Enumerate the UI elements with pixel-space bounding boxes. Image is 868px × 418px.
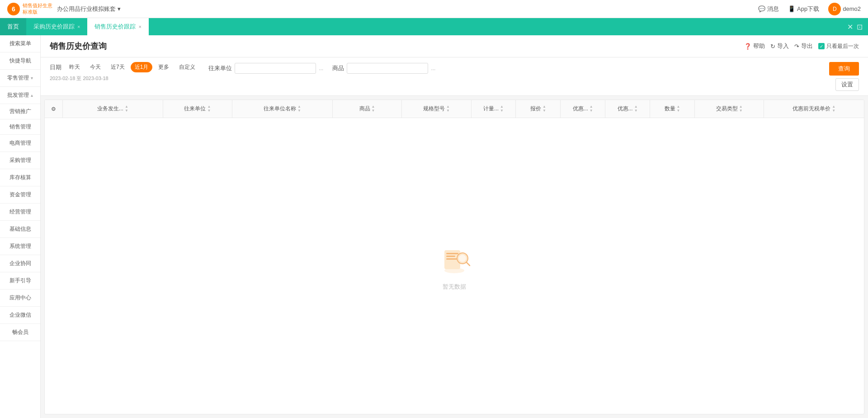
sidebar-item-system[interactable]: 系统管理 [0, 238, 40, 255]
sidebar-item-enterprise-wechat[interactable]: 企业微信 [0, 307, 40, 324]
top-bar: 6 销售值好生意 标准版 办公用品行业模拟账套 ▾ 💬 消息 📱 App下载 D… [0, 0, 868, 18]
search-menu-label: 搜索菜单 [9, 40, 31, 48]
retail-label: 零售管理 [7, 74, 29, 82]
app-selector[interactable]: 办公用品行业模拟账套 ▾ [57, 5, 121, 13]
tab-window-actions: ✕ ⊡ [842, 23, 868, 31]
sidebar-item-marketing[interactable]: 营销推广 [0, 104, 40, 119]
sidebar-item-inventory[interactable]: 库存核算 [0, 169, 40, 186]
sidebar-item-guide[interactable]: 新手引导 [0, 272, 40, 290]
help-button[interactable]: ❓ 帮助 [744, 42, 765, 50]
date-btn-custom[interactable]: 自定义 [175, 62, 199, 72]
filter-bar: 日期 昨天 今天 近7天 近1月 更多 自定义 2023-02-18 至 202… [41, 57, 868, 96]
date-filter-col: 日期 昨天 今天 近7天 近1月 更多 自定义 2023-02-18 至 202… [50, 62, 199, 82]
sidebar-item-sales-mgmt[interactable]: 销售管理 [0, 119, 40, 135]
app-download-button[interactable]: 📱 App下载 [788, 5, 819, 13]
ecommerce-label: 电商管理 [9, 139, 31, 147]
logo-text: 销售值好生意 标准版 [23, 3, 52, 14]
col-partner-name[interactable]: 往来单位名称 ▲ ▼ [232, 100, 333, 118]
sidebar-item-purchase[interactable]: 采购管理 [0, 152, 40, 169]
col-partner-code[interactable]: 往来单位 ▲ ▼ [163, 100, 232, 118]
sales-tab-close[interactable]: × [138, 24, 141, 29]
sales-mgmt-label: 销售管理 [9, 123, 31, 131]
date-btn-yesterday[interactable]: 昨天 [65, 62, 84, 72]
col-spec[interactable]: 规格型号 ▲ ▼ [402, 100, 471, 118]
tab-sales[interactable]: 销售历史价跟踪 × [87, 18, 148, 35]
sidebar-item-ecommerce[interactable]: 电商管理 [0, 135, 40, 152]
message-button[interactable]: 💬 消息 [758, 5, 779, 13]
sort-arrows-partner-name: ▲ ▼ [297, 105, 301, 113]
settings-icon: ⚙ [51, 106, 56, 112]
page-header: 销售历史价查询 ❓ 帮助 ↻ 导入 ↷ 导出 ✓ [41, 35, 868, 57]
table-settings-col[interactable]: ⚙ [45, 100, 63, 118]
sidebar-item-retail[interactable]: 零售管理 ▾ [0, 70, 40, 87]
purchase-tab-close[interactable]: × [77, 24, 80, 29]
system-label: 系统管理 [9, 242, 31, 250]
page-title: 销售历史价查询 [50, 41, 107, 52]
sidebar-item-quick-nav[interactable]: 快捷导航 [0, 52, 40, 70]
date-btn-last7[interactable]: 近7天 [107, 62, 129, 72]
sidebar-item-app-center[interactable]: 应用中心 [0, 290, 40, 307]
maximize-window-icon[interactable]: ⊡ [857, 23, 863, 31]
sidebar-item-enterprise[interactable]: 企业协同 [0, 255, 40, 272]
table-header: ⚙ 业务发生... ▲ ▼ 往来单位 ▲ ▼ 往 [45, 100, 864, 118]
col-pretax-price[interactable]: 优惠前无税单价 ▲ ▼ [764, 100, 864, 118]
partner-filter-input[interactable] [235, 63, 316, 74]
settings-button[interactable]: 设置 [835, 78, 859, 91]
last-only-checkbox[interactable]: ✓ 只看最后一次 [818, 43, 859, 50]
export-button[interactable]: ↷ 导出 [794, 42, 813, 50]
import-button[interactable]: ↻ 导入 [770, 42, 789, 50]
logo-icon: 6 [7, 3, 20, 15]
chevron-up-icon: ▴ [31, 93, 33, 98]
close-window-icon[interactable]: ✕ [847, 23, 853, 31]
export-icon: ↷ [794, 43, 799, 50]
sidebar-item-search-menu[interactable]: 搜索菜单 [0, 35, 40, 52]
date-display: 2023-02-18 至 2023-03-18 [50, 75, 199, 82]
svg-line-7 [467, 262, 470, 266]
product-filter-input[interactable] [347, 63, 428, 74]
date-btn-today[interactable]: 今天 [86, 62, 105, 72]
page-title-row: 销售历史价查询 ❓ 帮助 ↻ 导入 ↷ 导出 ✓ [50, 41, 859, 52]
col-qty[interactable]: 数量 ▲ ▼ [650, 100, 695, 118]
empty-state: 暂无数据 [45, 118, 864, 414]
col-unit[interactable]: 计量... ▲ ▼ [472, 100, 516, 118]
content-area: 销售历史价查询 ❓ 帮助 ↻ 导入 ↷ 导出 ✓ [41, 35, 868, 418]
chevron-down-icon: ▾ [118, 5, 121, 12]
operations-label: 经营管理 [9, 208, 31, 216]
col-price[interactable]: 报价 ▲ ▼ [516, 100, 561, 118]
import-icon: ↻ [770, 43, 775, 50]
sidebar-item-basic-info[interactable]: 基础信息 [0, 221, 40, 238]
empty-text: 暂无数据 [443, 283, 466, 291]
sort-arrows-discount1: ▲ ▼ [590, 105, 593, 113]
col-biz-date[interactable]: 业务发生... ▲ ▼ [63, 100, 163, 118]
message-icon: 💬 [758, 5, 765, 12]
partner-filter-dots[interactable]: ... [319, 65, 323, 71]
filter-actions: 查询 设置 [829, 62, 859, 91]
purchase-tab-label: 采购历史价跟踪 [33, 23, 75, 31]
guide-label: 新手引导 [9, 277, 31, 285]
sidebar-item-operations[interactable]: 经营管理 [0, 204, 40, 221]
sidebar-item-member[interactable]: 畅会员 [0, 324, 40, 341]
col-discount1[interactable]: 优惠... ▲ ▼ [561, 100, 605, 118]
main-layout: 搜索菜单 快捷导航 零售管理 ▾ 批发管理 ▴ 营销推广 销售管理 电商管理 采… [0, 35, 868, 418]
product-filter-dots[interactable]: ... [431, 65, 435, 71]
date-btn-more[interactable]: 更多 [154, 62, 173, 72]
sort-arrows-spec: ▲ ▼ [446, 105, 450, 113]
date-btn-last1m[interactable]: 近1月 [131, 62, 153, 72]
quick-nav-label: 快捷导航 [9, 57, 31, 65]
tab-purchase[interactable]: 采购历史价跟踪 × [26, 18, 87, 35]
query-button[interactable]: 查询 [829, 62, 859, 76]
col-trade-type[interactable]: 交易类型 ▲ ▼ [695, 100, 764, 118]
col-discount2[interactable]: 优惠... ▲ ▼ [605, 100, 650, 118]
sidebar-item-wholesale[interactable]: 批发管理 ▴ [0, 87, 40, 104]
sort-arrows-biz-date: ▲ ▼ [125, 105, 128, 113]
sidebar-item-finance[interactable]: 资金管理 [0, 186, 40, 204]
user-menu[interactable]: D demo2 [828, 3, 861, 15]
basic-info-label: 基础信息 [9, 225, 31, 233]
wholesale-label: 批发管理 [7, 91, 29, 99]
tab-bar: 首页 采购历史价跟踪 × 销售历史价跟踪 × ✕ ⊡ [0, 18, 868, 35]
col-product[interactable]: 商品 ▲ ▼ [333, 100, 402, 118]
app-center-label: 应用中心 [9, 294, 31, 302]
tab-home[interactable]: 首页 [0, 18, 26, 35]
svg-rect-4 [446, 258, 457, 260]
sort-arrows-unit: ▲ ▼ [500, 105, 504, 113]
